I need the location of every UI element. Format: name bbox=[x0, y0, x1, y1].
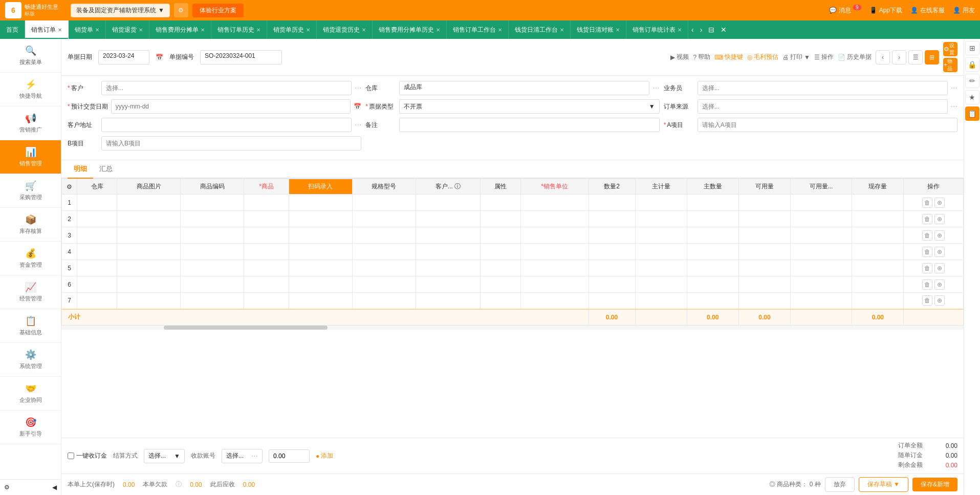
order-source-more-btn[interactable]: ··· bbox=[951, 102, 957, 111]
tab-close-icon[interactable]: ✕ bbox=[256, 27, 260, 33]
tab-close-icon[interactable]: ✕ bbox=[560, 27, 564, 33]
save-new-button[interactable]: 保存&新增 bbox=[912, 478, 957, 491]
row-delete-btn[interactable]: 🗑 bbox=[922, 247, 932, 257]
warehouse-field[interactable]: 成品库 bbox=[399, 81, 649, 95]
row-copy-btn[interactable]: ⊕ bbox=[934, 198, 945, 208]
settings-icon-btn[interactable]: ⚙ bbox=[174, 3, 188, 17]
sidebar-item-operations[interactable]: 📈 经营管理 bbox=[0, 275, 61, 309]
row-delete-btn[interactable]: 🗑 bbox=[922, 295, 932, 306]
row-copy-btn[interactable]: ⊕ bbox=[934, 214, 945, 224]
horizontal-scrollbar[interactable] bbox=[61, 326, 964, 330]
tab-close-icon[interactable]: ✕ bbox=[95, 27, 99, 33]
tab-sales-invoice[interactable]: 销货单✕ bbox=[69, 20, 106, 39]
sidebar-item-sales[interactable]: 📊 销售管理 bbox=[0, 140, 61, 174]
tab-close-icon[interactable]: ✕ bbox=[58, 27, 62, 33]
order-source-input[interactable] bbox=[698, 99, 948, 114]
tab-sales-workbench[interactable]: 销售订单工作台✕ bbox=[447, 20, 509, 39]
col-gear[interactable]: ⚙ bbox=[62, 179, 77, 195]
sidebar-item-search[interactable]: 🔍 搜索菜单 bbox=[0, 39, 61, 73]
sidebar-settings-icon[interactable]: ⚙ bbox=[4, 484, 10, 491]
row-delete-btn[interactable]: 🗑 bbox=[922, 198, 932, 208]
tab-summary[interactable]: 汇总 bbox=[93, 160, 119, 179]
list-view-btn[interactable]: ☰ bbox=[908, 50, 923, 64]
rs-grid-btn[interactable]: ⊞ bbox=[965, 41, 979, 55]
add-deposit-btn[interactable]: ● 添加 bbox=[316, 451, 333, 460]
rs-star-btn[interactable]: ★ bbox=[965, 90, 979, 104]
tab-close-icon[interactable]: ✕ bbox=[306, 27, 310, 33]
tab-cash-workbench[interactable]: 钱货日清工作台✕ bbox=[509, 20, 571, 39]
customer-more-btn[interactable]: ··· bbox=[355, 83, 361, 93]
address-more-btn[interactable]: ··· bbox=[355, 120, 361, 130]
view-btn[interactable]: ▶ 视频 bbox=[670, 53, 689, 61]
deposit-amount-input[interactable] bbox=[269, 449, 310, 463]
tab-sales-order[interactable]: 销售订单✕ bbox=[25, 20, 69, 39]
date-field[interactable]: 2023-03-24 bbox=[98, 50, 149, 64]
customer-input[interactable] bbox=[101, 81, 352, 95]
goods-side-btn[interactable]: + 物品 bbox=[943, 58, 957, 72]
row-copy-btn[interactable]: ⊕ bbox=[934, 263, 945, 273]
sidebar-item-inventory[interactable]: 📦 库存核算 bbox=[0, 208, 61, 242]
row-copy-btn[interactable]: ⊕ bbox=[934, 247, 945, 257]
row-delete-btn[interactable]: 🗑 bbox=[922, 230, 932, 241]
salesman-more-btn[interactable]: ··· bbox=[951, 83, 957, 93]
rs-lock-btn[interactable]: 🔒 bbox=[965, 57, 979, 72]
tab-close-icon[interactable]: ✕ bbox=[436, 27, 440, 33]
tab-cash-reconcile[interactable]: 钱货日清对账✕ bbox=[571, 20, 626, 39]
row-delete-btn[interactable]: 🗑 bbox=[922, 214, 932, 224]
tab-close-icon[interactable]: ✕ bbox=[201, 27, 205, 33]
receipt-account-select[interactable]: 选择... ··· bbox=[222, 449, 263, 463]
discard-button[interactable]: 放弃 bbox=[825, 477, 855, 492]
tab-close-icon[interactable]: ✕ bbox=[616, 27, 620, 33]
b-project-input[interactable] bbox=[101, 136, 361, 150]
prev-record-btn[interactable]: ‹ bbox=[876, 50, 890, 64]
sidebar-item-purchase[interactable]: 🛒 采购管理 bbox=[0, 174, 61, 208]
tab-return-history[interactable]: 销货退货历史✕ bbox=[317, 20, 373, 39]
row-copy-btn[interactable]: ⊕ bbox=[934, 295, 945, 306]
tab-sales-return[interactable]: 销货退货✕ bbox=[106, 20, 149, 39]
tab-sales-order-history[interactable]: 销售订单历史✕ bbox=[211, 20, 267, 39]
scrollbar-thumb[interactable] bbox=[164, 326, 328, 330]
print-btn[interactable]: 🖨 打印 ▼ bbox=[782, 53, 810, 61]
app-download-btn[interactable]: 📱 App下载 bbox=[869, 6, 902, 15]
sidebar-item-quicknav[interactable]: ⚡ 快捷导航 bbox=[0, 73, 61, 106]
calendar-icon[interactable]: 📅 bbox=[156, 54, 163, 61]
tab-sales-invoice-history[interactable]: 销货单历史✕ bbox=[267, 20, 317, 39]
tab-next-btn[interactable]: › bbox=[697, 26, 706, 34]
account-more-btn[interactable]: ··· bbox=[251, 451, 258, 461]
sidebar-collapse-icon[interactable]: ◀ bbox=[52, 484, 57, 491]
form-view-btn[interactable]: ⊞ bbox=[925, 50, 939, 64]
date-picker-icon[interactable]: 📅 bbox=[354, 103, 361, 110]
profit-forecast-btn[interactable]: ◎ 毛利预估 bbox=[747, 53, 778, 61]
tab-sales-fee-split[interactable]: 销售费用分摊单✕ bbox=[149, 20, 211, 39]
user-menu-btn[interactable]: 👤 用友 bbox=[953, 6, 975, 15]
settings-side-btn[interactable]: ⚙ 设置 bbox=[943, 42, 957, 56]
tab-close-icon[interactable]: ✕ bbox=[678, 27, 682, 33]
row-delete-btn[interactable]: 🗑 bbox=[922, 279, 932, 290]
salesman-input[interactable] bbox=[698, 81, 948, 95]
system-title[interactable]: 装备及固定资产辅助管理系统 ▼ bbox=[71, 4, 170, 17]
online-service-btn[interactable]: 👤 在线客服 bbox=[910, 6, 945, 15]
one-key-checkbox-input[interactable] bbox=[68, 453, 74, 459]
warehouse-more-btn[interactable]: ··· bbox=[652, 83, 659, 93]
address-input[interactable] bbox=[101, 118, 352, 132]
tab-fee-split-history[interactable]: 销售费用分摊单历史✕ bbox=[373, 20, 447, 39]
sidebar-item-guide[interactable]: 🎯 新手引导 bbox=[0, 411, 61, 444]
tab-menu-btn[interactable]: ⊟ bbox=[705, 26, 717, 34]
tab-prev-btn[interactable]: ‹ bbox=[688, 26, 697, 34]
a-project-input[interactable] bbox=[698, 118, 957, 132]
invoice-type-select[interactable]: 不开票 ▼ bbox=[399, 99, 659, 114]
operate-btn[interactable]: ☰ 操作 bbox=[814, 53, 834, 61]
delivery-date-input[interactable] bbox=[111, 99, 351, 114]
payment-method-select[interactable]: 选择... ▼ bbox=[144, 449, 185, 463]
message-btn[interactable]: 💬 消息 9 bbox=[829, 6, 861, 15]
one-key-deposit-checkbox[interactable]: 一键收订金 bbox=[68, 451, 107, 460]
tab-close-icon[interactable]: ✕ bbox=[139, 27, 143, 33]
next-record-btn[interactable]: › bbox=[892, 50, 906, 64]
rs-clipboard-btn[interactable]: 📋 bbox=[965, 106, 979, 121]
sidebar-item-enterprise[interactable]: 🤝 企业协同 bbox=[0, 377, 61, 411]
tab-detail[interactable]: 明细 bbox=[68, 160, 93, 179]
history-bill-btn[interactable]: 📄 历史单据 bbox=[838, 53, 872, 61]
sidebar-item-marketing[interactable]: 📢 营销推广 bbox=[0, 106, 61, 140]
rs-edit-btn[interactable]: ✏ bbox=[965, 74, 979, 88]
remark-input[interactable] bbox=[399, 118, 659, 132]
